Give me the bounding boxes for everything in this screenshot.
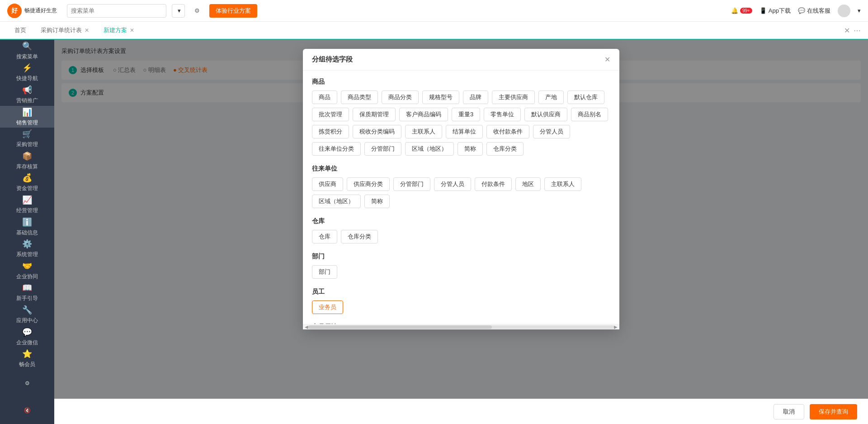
sidebar-bottom: ⚙ 🔇 [0,370,54,424]
search-input[interactable] [67,4,166,18]
modal-horizontal-scrollbar[interactable]: ◀ ▶ [303,324,619,329]
field-chip-party-contact[interactable]: 主联系人 [544,177,581,191]
tab-home[interactable]: 首页 [7,22,33,40]
cancel-button[interactable]: 取消 [774,404,804,419]
employee-section: 员工 业务员 [312,288,610,314]
field-chip-supplier-category[interactable]: 供应商分类 [347,177,390,191]
online-service-link[interactable]: 💬 在线客服 [798,7,830,15]
tab-purchase-stats-close[interactable]: ✕ [85,28,89,33]
field-chip-weight[interactable]: 重量3 [452,108,480,121]
avatar[interactable] [838,5,850,17]
field-chip-payment-terms[interactable]: 收付款条件 [486,125,529,138]
sidebar-item-quick-nav[interactable]: ⚡ 快捷导航 [0,62,54,84]
field-chip-dept[interactable]: 分管部门 [364,142,401,156]
field-chip-salesperson[interactable]: 业务员 [312,300,343,314]
sidebar-item-system[interactable]: ⚙️ 系统管理 [0,238,54,260]
warehouse-section: 仓库 仓库 仓库分类 [312,217,610,243]
modal-overlay: 分组待选字段 ✕ 商品 商品 商品类型 商品分类 规格型号 品牌 [54,40,868,424]
sidebar-item-guide-label: 新手引导 [16,295,38,302]
field-chip-origin[interactable]: 产地 [538,91,564,104]
sidebar-item-sales[interactable]: 📊 销售管理 [0,106,54,128]
field-chip-product-alias[interactable]: 商品别名 [571,108,608,121]
field-chip-default-warehouse[interactable]: 默认仓库 [567,91,604,104]
product-section: 商品 商品 商品类型 商品分类 规格型号 品牌 主要供应商 产地 默认仓库 批次… [312,78,610,156]
field-chip-customer-code[interactable]: 客户商品编码 [399,108,448,121]
notification-area[interactable]: 🔔 99+ [731,7,752,14]
tab-new-plan[interactable]: 新建方案 ✕ [96,22,142,40]
field-chip-product-category[interactable]: 商品分类 [382,91,419,104]
online-service-label: 在线客服 [807,7,830,15]
field-chip-party-dept[interactable]: 分管部门 [393,177,430,191]
scroll-left-arrow[interactable]: ◀ [305,324,308,329]
marketing-icon: 📢 [22,85,32,95]
app-download-link[interactable]: 📱 App下载 [760,7,791,15]
sidebar-mute-btn[interactable]: 🔇 [0,397,54,424]
sidebar-item-base-info[interactable]: ℹ️ 基础信息 [0,216,54,238]
field-chip-manager[interactable]: 分管人员 [533,125,570,138]
product-section-title: 商品 [312,78,610,86]
field-chip-party-category[interactable]: 往来单位分类 [312,142,361,156]
field-chip-batch-mgmt[interactable]: 批次管理 [312,108,349,121]
sidebar-item-guide[interactable]: 📖 新手引导 [0,282,54,304]
tab-purchase-stats-label: 采购订单统计表 [41,26,82,34]
app-center-icon: 🔧 [22,305,32,315]
sidebar-item-member[interactable]: ⭐ 畅会员 [0,348,54,370]
department-field-grid: 部门 [312,265,610,279]
modal-body[interactable]: 商品 商品 商品类型 商品分类 规格型号 品牌 主要供应商 产地 默认仓库 批次… [303,71,619,324]
chevron-down-icon-avatar[interactable]: ▾ [858,7,861,14]
field-chip-spec-model[interactable]: 规格型号 [422,91,459,104]
sidebar-item-app-center[interactable]: 🔧 应用中心 [0,304,54,326]
field-chip-department[interactable]: 部门 [312,265,337,279]
field-chip-main-contact[interactable]: 主联系人 [405,125,442,138]
field-chip-area[interactable]: 地区 [515,177,541,191]
sidebar-item-member-label: 畅会员 [19,361,35,368]
save-and-query-button[interactable]: 保存并查询 [810,404,857,419]
nav-dropdown[interactable]: ▾ [172,4,185,18]
field-chip-retail-unit[interactable]: 零售单位 [484,108,521,121]
tab-home-label: 首页 [14,26,26,34]
field-chip-pick-points[interactable]: 拣货积分 [312,125,349,138]
field-chip-product-type[interactable]: 商品类型 [341,91,378,104]
field-chip-supplier[interactable]: 供应商 [312,177,343,191]
field-chip-expiry-mgmt[interactable]: 保质期管理 [353,108,396,121]
field-chip-warehouse[interactable]: 仓库 [312,230,337,243]
sidebar-settings-btn[interactable]: ⚙ [0,370,54,397]
modal-close-button[interactable]: ✕ [604,55,610,64]
notification-badge: 99+ [740,8,752,14]
party-section-title: 往来单位 [312,165,610,173]
field-chip-region[interactable]: 区域（地区） [405,142,454,156]
field-chip-settlement-unit[interactable]: 结算单位 [446,125,483,138]
sidebar-item-app-center-label: 应用中心 [16,317,38,324]
field-chip-tax-code[interactable]: 税收分类编码 [353,125,401,138]
tab-purchase-stats[interactable]: 采购订单统计表 ✕ [33,22,96,40]
field-chip-brand[interactable]: 品牌 [463,91,488,104]
field-chip-party-region[interactable]: 区域（地区） [312,195,361,208]
sidebar-item-enterprise[interactable]: 🤝 企业协同 [0,260,54,282]
tab-bar-more-icon[interactable]: ⋯ [854,26,861,35]
sidebar-item-wechat[interactable]: 💬 企业微信 [0,326,54,348]
sidebar-item-marketing-label: 营销推广 [16,97,38,105]
field-chip-short-name[interactable]: 简称 [458,142,483,156]
scroll-right-arrow[interactable]: ▶ [614,324,618,329]
field-chip-party-payment[interactable]: 付款条件 [475,177,512,191]
field-chip-warehouse-cat[interactable]: 仓库分类 [341,230,378,243]
sidebar-item-search[interactable]: 🔍 搜索菜单 [0,40,54,62]
experience-button[interactable]: 体验行业方案 [209,4,257,18]
field-chip-party-short[interactable]: 简称 [364,195,390,208]
field-chip-main-supplier[interactable]: 主要供应商 [492,91,535,104]
sidebar-item-marketing[interactable]: 📢 营销推广 [0,84,54,106]
main-layout: 🔍 搜索菜单 ⚡ 快捷导航 📢 营销推广 📊 销售管理 🛒 采购管理 📦 库存核… [0,40,868,424]
field-chip-default-supplier[interactable]: 默认供应商 [524,108,567,121]
sidebar-item-enterprise-label: 企业协同 [16,273,38,281]
sidebar-item-operations[interactable]: 📈 经营管理 [0,194,54,216]
sidebar-item-finance[interactable]: 💰 资金管理 [0,172,54,194]
settings-icon[interactable]: ⚙ [190,4,204,18]
tab-bar-close-icon[interactable]: ✕ [844,26,850,35]
employee-field-grid: 业务员 [312,300,610,314]
field-chip-warehouse-category[interactable]: 仓库分类 [486,142,524,156]
field-chip-party-manager[interactable]: 分管人员 [434,177,471,191]
sidebar-item-inventory[interactable]: 📦 库存核算 [0,150,54,172]
field-chip-product[interactable]: 商品 [312,91,337,104]
sidebar-item-purchase[interactable]: 🛒 采购管理 [0,128,54,150]
tab-new-plan-close[interactable]: ✕ [130,28,134,33]
